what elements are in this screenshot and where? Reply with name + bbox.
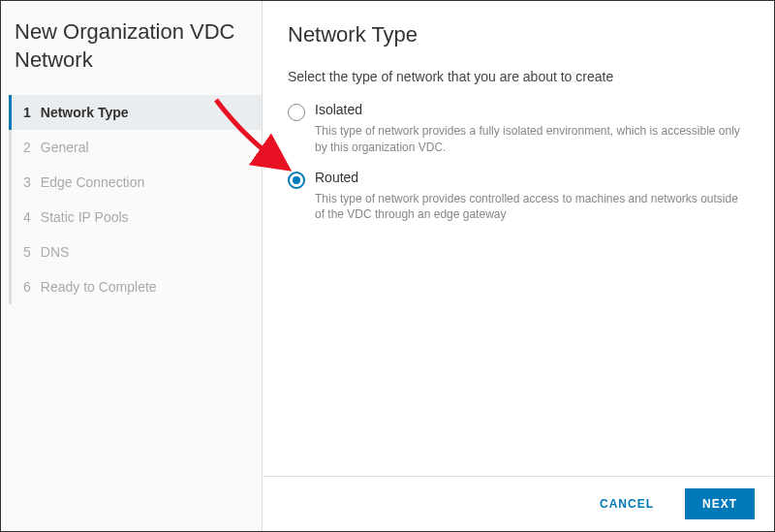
option-label: Isolated	[315, 102, 749, 117]
wizard-title: New Organization VDC Network	[1, 18, 262, 95]
step-number: 6	[23, 279, 31, 295]
wizard-sidebar: New Organization VDC Network 1 Network T…	[1, 1, 263, 531]
radio-isolated[interactable]	[288, 104, 305, 121]
cancel-button[interactable]: CANCEL	[582, 488, 671, 519]
step-label: DNS	[41, 244, 70, 260]
radio-routed[interactable]	[288, 172, 305, 189]
step-number: 5	[23, 244, 31, 260]
step-static-ip-pools[interactable]: 4 Static IP Pools	[12, 200, 262, 235]
step-dns[interactable]: 5 DNS	[12, 235, 262, 269]
option-desc: This type of network provides a fully is…	[315, 123, 749, 156]
step-number: 2	[23, 140, 31, 155]
step-number: 1	[23, 105, 31, 120]
step-ready-to-complete[interactable]: 6 Ready to Complete	[12, 269, 262, 304]
option-desc: This type of network provides controlled…	[315, 191, 749, 224]
step-general[interactable]: 2 General	[12, 130, 262, 165]
option-body: Routed This type of network provides con…	[315, 170, 749, 224]
step-label: Static IP Pools	[41, 209, 129, 225]
step-network-type[interactable]: 1 Network Type	[9, 95, 262, 130]
option-label: Routed	[315, 170, 749, 185]
step-label: Edge Connection	[41, 174, 144, 190]
page-title: Network Type	[288, 22, 749, 47]
step-number: 3	[23, 174, 31, 190]
step-number: 4	[23, 209, 31, 225]
step-label: Ready to Complete	[41, 279, 157, 295]
next-button[interactable]: NEXT	[685, 488, 755, 519]
wizard-footer: CANCEL NEXT	[264, 476, 774, 531]
option-routed[interactable]: Routed This type of network provides con…	[288, 170, 749, 224]
step-list: 1 Network Type 2 General 3 Edge Connecti…	[9, 95, 262, 304]
option-body: Isolated This type of network provides a…	[315, 102, 749, 156]
step-label: Network Type	[41, 105, 129, 120]
step-label: General	[41, 140, 89, 155]
step-edge-connection[interactable]: 3 Edge Connection	[12, 165, 262, 200]
wizard-main-panel: Network Type Select the type of network …	[263, 1, 774, 531]
option-isolated[interactable]: Isolated This type of network provides a…	[288, 102, 749, 156]
page-subtitle: Select the type of network that you are …	[288, 69, 749, 84]
